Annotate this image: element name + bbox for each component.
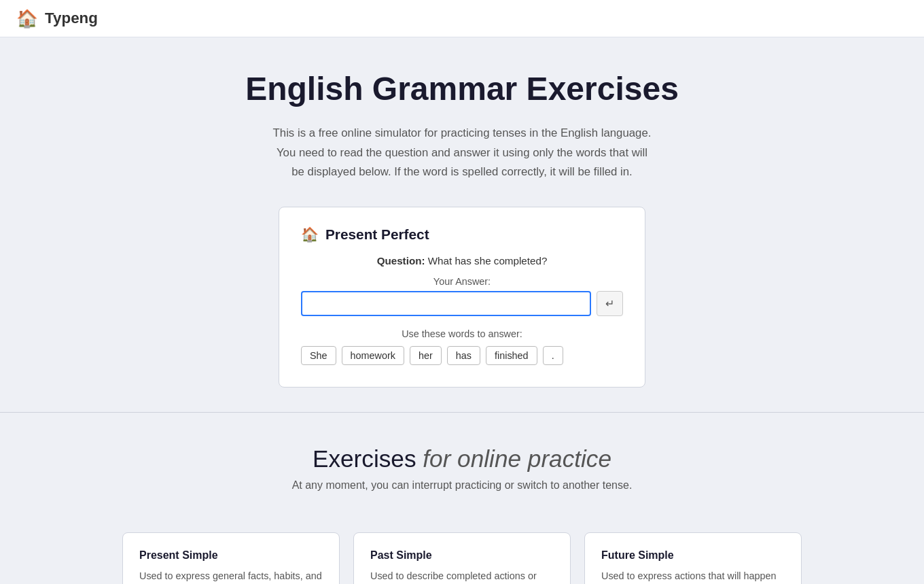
brand-link[interactable]: 🏠 Typeng [16, 8, 98, 29]
page-title: English Grammar Exercises [14, 70, 910, 107]
navbar: 🏠 Typeng [0, 0, 924, 37]
word-chip[interactable]: finished [486, 346, 537, 365]
question-label: Question: What has she completed? [301, 255, 623, 267]
answer-label: Your Answer: [301, 276, 623, 287]
word-chip[interactable]: . [543, 346, 563, 365]
exercise-title: Present Perfect [325, 226, 429, 243]
words-label: Use these words to answer: [301, 328, 623, 339]
question-text: What has she completed? [428, 255, 548, 267]
word-chip[interactable]: her [410, 346, 442, 365]
exercises-title-italic: for online practice [423, 445, 611, 472]
answer-input[interactable] [301, 291, 591, 316]
tense-card-description: Used to describe completed actions or ev… [370, 568, 554, 584]
tense-card-title: Past Simple [370, 549, 554, 562]
word-chip[interactable]: homework [342, 346, 404, 365]
exercise-card-title: 🏠 Present Perfect [301, 226, 623, 243]
word-chip[interactable]: She [301, 346, 336, 365]
question-label-bold: Question: [377, 255, 425, 267]
tense-card-description: Used to express general facts, habits, a… [139, 568, 323, 584]
exercise-home-icon: 🏠 [301, 226, 319, 243]
exercises-title: Exercises for online practice [14, 445, 910, 473]
brand-name: Typeng [45, 10, 98, 27]
hero-section: English Grammar Exercises This is a free… [0, 37, 924, 412]
exercises-subtitle: At any moment, you can interrupt practic… [14, 479, 910, 492]
word-chips: Shehomeworkherhasfinished. [301, 346, 623, 365]
tense-card: Past SimpleUsed to describe completed ac… [353, 532, 571, 584]
tense-card: Future SimpleUsed to express actions tha… [584, 532, 802, 584]
answer-row: ↵ [301, 291, 623, 316]
submit-button[interactable]: ↵ [597, 291, 623, 316]
tense-card-title: Future Simple [601, 549, 785, 562]
tense-card: Present SimpleUsed to express general fa… [122, 532, 340, 584]
tense-cards-container: Present SimpleUsed to express general fa… [0, 532, 924, 584]
home-icon: 🏠 [16, 8, 38, 29]
exercise-card: 🏠 Present Perfect Question: What has she… [279, 207, 645, 388]
exercises-section: Exercises for online practice At any mom… [0, 413, 924, 532]
tense-card-title: Present Simple [139, 549, 323, 562]
word-chip[interactable]: has [447, 346, 480, 365]
hero-description: This is a free online simulator for prac… [272, 124, 652, 182]
exercises-title-main: Exercises [313, 445, 416, 472]
tense-card-description: Used to express actions that will happen… [601, 568, 785, 584]
